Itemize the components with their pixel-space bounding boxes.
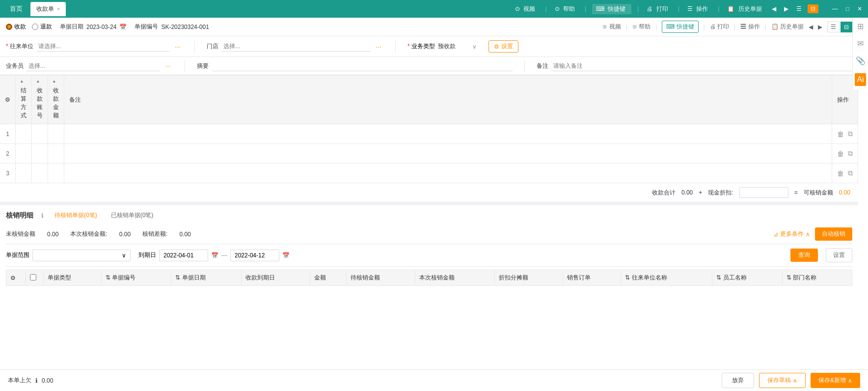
remark-input[interactable]: [551, 61, 852, 71]
nav-card-view[interactable]: ⊟: [808, 4, 818, 13]
tool-history[interactable]: 📋 历史单据: [771, 23, 804, 31]
tool-prev[interactable]: ◀: [809, 24, 813, 30]
staff-input[interactable]: [27, 61, 160, 71]
auto-verify-btn[interactable]: 自动核销: [815, 227, 852, 241]
cell-settle-3[interactable]: [16, 164, 32, 183]
verify-header: 核销明细 ℹ 待核销单据(0笔) 已核销单据(0笔): [6, 210, 852, 221]
date-start-input[interactable]: [159, 250, 208, 261]
cell-remark-2[interactable]: [64, 144, 832, 164]
verify-info-icon[interactable]: ℹ: [41, 212, 44, 219]
list-view-btn[interactable]: ☰: [827, 22, 840, 32]
radio-refund[interactable]: 退款: [32, 23, 52, 31]
sidebar-email-icon[interactable]: ✉: [857, 39, 864, 48]
nav-history[interactable]: 📋 历史单据: [725, 4, 765, 14]
store-more-btn[interactable]: ···: [374, 43, 383, 51]
delete-icon-3[interactable]: 🗑: [837, 169, 844, 177]
due-date-label: 到期日: [138, 251, 156, 259]
cell-settle-2[interactable]: [16, 144, 32, 164]
tool-print[interactable]: 🖨 打印: [710, 23, 729, 31]
cell-settle-1[interactable]: [16, 124, 32, 144]
cell-remark-1[interactable]: [64, 124, 832, 144]
previous-value: 0.00: [42, 377, 53, 384]
nav-active-tab[interactable]: 收款单 ×: [30, 2, 66, 16]
nav-print[interactable]: 🖨 打印: [645, 4, 672, 14]
more-conditions-btn[interactable]: ⊿ 更多条件 ∧: [773, 230, 810, 238]
bth-check[interactable]: [26, 270, 44, 286]
date-end-cal-icon[interactable]: 📅: [282, 252, 290, 259]
nav-help[interactable]: ⊙ 帮助: [553, 4, 579, 14]
business-type-arrow[interactable]: ∨: [472, 43, 477, 50]
query-btn[interactable]: 查询: [790, 249, 818, 262]
this-check-value: 0.00: [119, 231, 131, 238]
pending-tab[interactable]: 待核销单据(0笔): [52, 210, 100, 221]
select-all-checkbox[interactable]: [30, 274, 36, 280]
cell-ops-2: 🗑 ⧉: [832, 144, 858, 164]
discount-label: 现金折扣:: [708, 189, 733, 197]
counterpart-input[interactable]: [36, 41, 170, 52]
range-chevron-icon: ∨: [122, 252, 126, 259]
cell-account-2[interactable]: [32, 144, 48, 164]
sidebar-table-icon[interactable]: ⊞: [857, 22, 864, 31]
bth-due-date: 收款到期日: [241, 270, 310, 286]
store-input[interactable]: [221, 41, 371, 52]
save-new-btn[interactable]: 保存&新增 ∧: [811, 373, 860, 388]
tool-next[interactable]: ▶: [818, 24, 822, 30]
cell-amount-3[interactable]: [48, 164, 64, 183]
bth-settings[interactable]: ⚙: [6, 270, 26, 286]
date-end-input[interactable]: [230, 250, 279, 261]
delete-icon-1[interactable]: 🗑: [837, 130, 844, 138]
tool-video[interactable]: ⊙ 视频: [602, 23, 621, 31]
summary-row: 收款合计 0.00 + 现金折扣: = 可核销金额 0.00: [0, 183, 858, 202]
th-settings[interactable]: ⚙: [0, 76, 16, 124]
card-view-btn[interactable]: ⊟: [841, 22, 852, 32]
nav-video[interactable]: ⊙ 视频: [513, 4, 539, 14]
total-label: 收款合计: [652, 189, 676, 197]
sidebar-ai-icon[interactable]: Ai: [855, 73, 866, 86]
discount-input[interactable]: [739, 187, 788, 198]
done-tab[interactable]: 已核销单据(0笔): [108, 210, 157, 221]
nav-list-view[interactable]: ☰: [794, 4, 804, 13]
discard-btn[interactable]: 放弃: [722, 373, 754, 388]
cell-remark-3[interactable]: [64, 164, 832, 183]
tool-ops[interactable]: ☰ 操作: [740, 23, 760, 31]
sidebar-attach-icon[interactable]: 📎: [856, 56, 866, 65]
summary-input[interactable]: [212, 61, 513, 71]
delete-icon-2[interactable]: 🗑: [837, 150, 844, 158]
nav-active-tab-label: 收款单: [36, 5, 54, 13]
cell-account-3[interactable]: [32, 164, 48, 183]
save-draft-chevron[interactable]: ∧: [793, 377, 797, 384]
diff-value: 0.00: [179, 231, 190, 238]
nav-prev-icon[interactable]: ◀: [770, 4, 778, 13]
calendar-icon[interactable]: 📅: [119, 24, 127, 30]
save-new-chevron[interactable]: ∧: [848, 377, 852, 384]
chevron-up-icon: ∧: [806, 231, 810, 238]
copy-icon-2[interactable]: ⧉: [848, 149, 853, 158]
toolbar-right: ⊙ 视频 | ⊙ 帮助 | ⌨ 快捷键 | 🖨 打印 | ☰ 操作 | 📋 历史…: [602, 21, 852, 33]
nav-next-icon[interactable]: ▶: [782, 4, 790, 13]
form-settings-btn[interactable]: ⚙ 设置: [488, 40, 518, 53]
cell-amount-2[interactable]: [48, 144, 64, 164]
close-tab-icon[interactable]: ×: [57, 6, 60, 12]
shortcut-btn[interactable]: ⌨ 快捷键: [662, 21, 698, 33]
staff-more-btn[interactable]: ···: [163, 62, 173, 70]
copy-icon-3[interactable]: ⧉: [848, 169, 853, 177]
window-close[interactable]: ✕: [855, 4, 864, 13]
date-start-cal-icon[interactable]: 📅: [211, 252, 218, 259]
copy-icon-1[interactable]: ⧉: [848, 130, 853, 138]
counterpart-more-btn[interactable]: ···: [173, 43, 183, 51]
window-maximize[interactable]: □: [844, 4, 851, 13]
filter-settings-btn[interactable]: 设置: [826, 248, 852, 262]
save-draft-btn[interactable]: 保存草稿 ∧: [759, 373, 806, 388]
radio-receive[interactable]: 收款: [6, 23, 26, 31]
window-minimize[interactable]: —: [830, 4, 840, 13]
tool-help[interactable]: ⊙ 帮助: [632, 23, 651, 31]
previous-info-icon[interactable]: ℹ: [35, 377, 38, 384]
number-value: SK-20230324-001: [161, 24, 209, 30]
cell-amount-1[interactable]: [48, 124, 64, 144]
nav-home-tab[interactable]: 首页: [4, 1, 28, 16]
cell-account-1[interactable]: [32, 124, 48, 144]
nav-shortcut[interactable]: ⌨ 快捷键: [592, 4, 631, 14]
range-select[interactable]: ∨: [32, 250, 131, 261]
nav-operations[interactable]: ☰ 操作: [685, 4, 712, 14]
cell-ops-3: 🗑 ⧉: [832, 164, 858, 183]
